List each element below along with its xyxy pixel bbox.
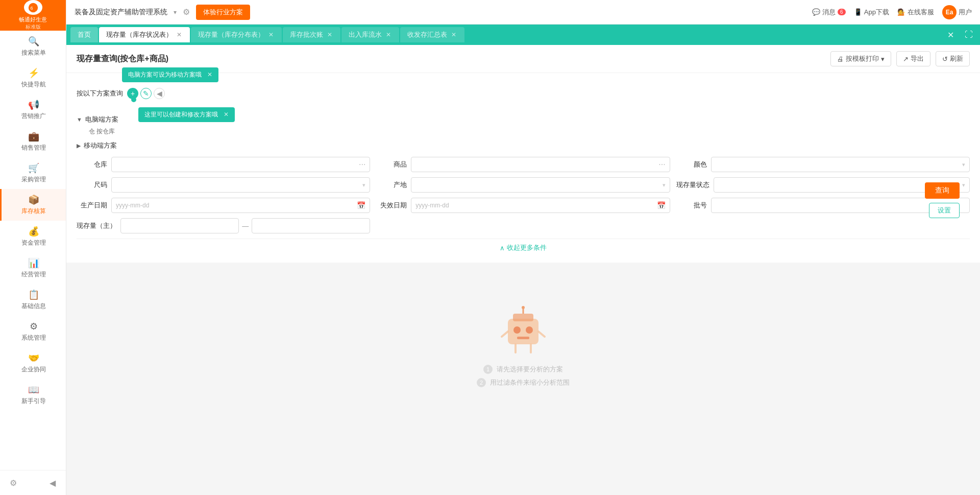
- filter-field-warehouse: 仓库 ···: [77, 157, 370, 172]
- sidebar-item-system[interactable]: ⚙ 系统管理: [0, 316, 66, 347]
- edit-tooltip-close[interactable]: ✕: [224, 111, 229, 118]
- stock-main-sep: —: [242, 222, 249, 230]
- tab-inventory-status-close[interactable]: ✕: [176, 31, 183, 38]
- export-btn[interactable]: ↗ 导出: [896, 51, 930, 66]
- online-support-btn[interactable]: 💁 在线客服: [897, 8, 934, 17]
- exp-date-input[interactable]: yyyy-mm-dd 📅: [411, 198, 670, 213]
- sidebar-footer: ⚙ ◀: [0, 470, 66, 495]
- collapse-label: 收起更多条件: [507, 243, 547, 252]
- search-icon: 🔍: [28, 36, 39, 47]
- svg-point-8: [522, 306, 525, 309]
- filter-field-prod-date: 生产日期 yyyy-mm-dd 📅: [77, 198, 370, 213]
- scheme-group-mobile-label: 移动端方案: [84, 141, 117, 150]
- filter-row-3: 生产日期 yyyy-mm-dd 📅 失效日期 yyyy-mm-dd 📅: [77, 198, 970, 213]
- add-scheme-wrapper: + 电脑方案可设为移动方案哦 ✕: [127, 88, 138, 99]
- sidebar-item-operations[interactable]: 📊 经营管理: [0, 252, 66, 284]
- sidebar-item-sales[interactable]: 💼 销售管理: [0, 126, 66, 157]
- svg-point-5: [526, 326, 533, 334]
- tab-in-out-flow[interactable]: 出入库流水 ✕: [341, 27, 399, 42]
- filter-rows: 仓库 ··· 商品 ···: [77, 157, 970, 233]
- size-select[interactable]: ▾: [111, 177, 370, 193]
- filter-settings-btn[interactable]: 设置: [929, 203, 960, 218]
- tab-batch-account-close[interactable]: ✕: [326, 31, 333, 38]
- svg-text:6: 6: [30, 5, 33, 10]
- user-label: 用户: [959, 8, 972, 17]
- filter-area: 按以下方案查询 + 电脑方案可设为移动方案哦 ✕ ✎ ◀: [66, 73, 980, 263]
- sidebar-item-basic[interactable]: 📋 基础信息: [0, 284, 66, 316]
- collapse-btn[interactable]: ∧ 收起更多条件: [77, 239, 970, 256]
- notification-icon: 💬: [812, 8, 820, 16]
- warehouse-select[interactable]: ···: [111, 157, 370, 172]
- sidebar-logo: 6 畅通好生意 标准版: [0, 0, 66, 31]
- topbar: 装备及固定资产辅助管理系统 ▾ ⚙ 体验行业方案 💬 消息 6 📱 App下载 …: [66, 0, 980, 25]
- topbar-settings-icon[interactable]: ⚙: [183, 7, 190, 17]
- basic-icon: 📋: [28, 289, 39, 300]
- filter-fields-wrapper: 仓库 ··· 商品 ···: [77, 157, 970, 233]
- sidebar-item-guide[interactable]: 📖 新手引导: [0, 379, 66, 411]
- refresh-btn[interactable]: ↺ 刷新: [936, 51, 970, 66]
- sidebar-item-purchase[interactable]: 🛒 采购管理: [0, 157, 66, 189]
- goods-select[interactable]: ···: [411, 157, 670, 172]
- prod-date-label: 生产日期: [77, 201, 107, 210]
- sidebar-item-marketing[interactable]: 📢 营销推广: [0, 94, 66, 126]
- tab-home[interactable]: 首页: [70, 27, 98, 42]
- settings-footer-btn[interactable]: ⚙: [6, 476, 20, 490]
- sidebar-item-cooperation[interactable]: 🤝 企业协同: [0, 347, 66, 379]
- color-select[interactable]: ▾: [711, 157, 970, 172]
- app-download-btn[interactable]: 📱 App下载: [854, 8, 889, 17]
- sidebar-item-finance[interactable]: 💰 资金管理: [0, 221, 66, 252]
- app-badge: 标准版: [26, 23, 41, 31]
- tab-inventory-dist-label: 现存量（库存分布表）: [198, 30, 264, 39]
- stock-main-range: —: [120, 218, 370, 233]
- close-all-tabs-btn[interactable]: ✕: [943, 28, 958, 42]
- sidebar-item-inventory[interactable]: 📦 库存核算: [0, 189, 66, 221]
- scheme-group-mobile-header[interactable]: ▶ 移动端方案: [77, 139, 970, 152]
- scheme-group-desktop-label: 电脑端方案: [85, 115, 118, 124]
- tab-summary-close[interactable]: ✕: [450, 31, 457, 38]
- filter-field-origin: 产地 ▾: [376, 177, 670, 193]
- step-num-2: 2: [477, 378, 486, 387]
- origin-select[interactable]: ▾: [411, 177, 670, 193]
- edit-scheme-btn[interactable]: ✎: [140, 88, 152, 99]
- system-dropdown-btn[interactable]: ▾: [174, 9, 177, 16]
- tab-inventory-dist[interactable]: 现存量（库存分布表） ✕: [191, 27, 282, 42]
- query-btn[interactable]: 查询: [925, 182, 960, 199]
- scheme-group-mobile: ▶ 移动端方案: [77, 139, 970, 152]
- tab-inventory-status[interactable]: 现存量（库存状况表） ✕: [99, 27, 190, 42]
- filter-row-2: 尺码 ▾ 产地 ▾: [77, 177, 970, 193]
- stock-main-start[interactable]: [120, 218, 239, 233]
- sidebar-item-nav[interactable]: ⚡ 快捷导航: [0, 62, 66, 94]
- svg-rect-3: [513, 314, 533, 321]
- main-area: 装备及固定资产辅助管理系统 ▾ ⚙ 体验行业方案 💬 消息 6 📱 App下载 …: [66, 0, 980, 495]
- print-btn[interactable]: 🖨 按模板打印 ▾: [830, 51, 891, 66]
- collapse-sidebar-btn[interactable]: ◀: [45, 476, 60, 490]
- goods-dots[interactable]: ···: [658, 160, 665, 169]
- empty-state: 1 请先选择要分析的方案 2 用过滤条件来缩小分析范围: [66, 263, 980, 428]
- scheme-item-warehouse[interactable]: 仓 按仓库: [77, 126, 970, 137]
- print-dropdown-icon: ▾: [881, 55, 885, 63]
- sidebar-item-search[interactable]: 🔍 搜索菜单: [0, 31, 66, 62]
- warehouse-dots[interactable]: ···: [359, 160, 365, 169]
- filter-field-size: 尺码 ▾: [77, 177, 370, 193]
- maximize-btn[interactable]: ⛶: [962, 28, 976, 42]
- origin-arrow: ▾: [663, 182, 666, 188]
- add-scheme-tooltip: 电脑方案可设为移动方案哦 ✕: [122, 67, 218, 82]
- notification-btn[interactable]: 💬 消息 6: [812, 8, 846, 17]
- tab-in-out-flow-close[interactable]: ✕: [385, 31, 392, 38]
- tabbar-actions: ✕ ⛶: [943, 28, 976, 42]
- origin-label: 产地: [376, 180, 407, 190]
- size-label: 尺码: [77, 180, 107, 190]
- tab-summary[interactable]: 收发存汇总表 ✕: [400, 27, 464, 42]
- user-menu-btn[interactable]: Ea 用户: [942, 5, 972, 19]
- tab-inventory-dist-close[interactable]: ✕: [267, 31, 275, 38]
- filter-btns: 查询 设置: [925, 182, 960, 218]
- stock-main-end[interactable]: [252, 218, 370, 233]
- industry-btn[interactable]: 体验行业方案: [196, 5, 250, 20]
- topbar-right: 💬 消息 6 📱 App下载 💁 在线客服 Ea 用户: [812, 5, 972, 19]
- add-tooltip-close[interactable]: ✕: [207, 71, 212, 78]
- operations-icon: 📊: [28, 257, 39, 269]
- prod-date-start[interactable]: yyyy-mm-dd 📅: [111, 198, 370, 213]
- filter-label: 按以下方案查询: [77, 89, 123, 98]
- tab-batch-account[interactable]: 库存批次账 ✕: [283, 27, 340, 42]
- prev-scheme-btn[interactable]: ◀: [154, 88, 165, 99]
